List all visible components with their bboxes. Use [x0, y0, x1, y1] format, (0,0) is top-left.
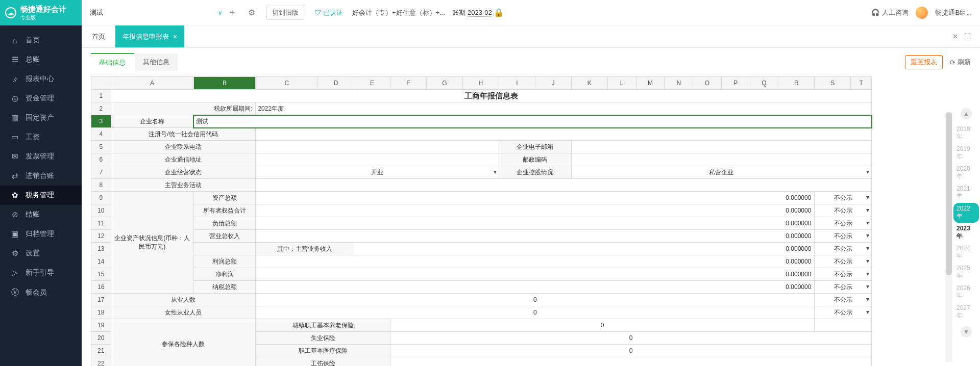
cell[interactable] [390, 357, 871, 367]
tab-annual-report[interactable]: 年报信息申报表 × [115, 25, 184, 47]
cell[interactable]: 不公示 [815, 268, 872, 281]
close-icon[interactable]: × [173, 33, 177, 41]
cell[interactable]: 主营业务活动 [111, 179, 256, 192]
nav-item-报表中心[interactable]: ⫽报表中心 [0, 69, 82, 89]
cell[interactable]: 企业名称 [111, 115, 193, 128]
reset-button[interactable]: 重置报表 [905, 55, 943, 69]
cell[interactable]: 工伤保险 [256, 357, 390, 367]
gear-icon[interactable]: ⚙ [246, 8, 257, 17]
cell[interactable]: 0.000000 [256, 192, 815, 204]
cell[interactable]: 0.000000 [256, 217, 815, 230]
cell[interactable]: 所有者权益合计 [193, 204, 256, 217]
year-2019年[interactable]: 2019年 [953, 143, 979, 163]
year-up-icon[interactable]: ▲ [961, 108, 972, 119]
cell[interactable]: 不公示 [815, 217, 872, 230]
cell[interactable]: 女性从业人员 [111, 306, 256, 319]
company-selector[interactable]: 测试 ∨ [90, 8, 223, 17]
cell[interactable]: 不公示 [815, 255, 872, 268]
add-icon[interactable]: ＋ [227, 7, 238, 18]
cell[interactable]: 企业资产状况信息(币种：人民币万元) [111, 192, 193, 294]
year-2018年[interactable]: 2018年 [953, 123, 979, 143]
cell[interactable]: 企业通信地址 [111, 153, 256, 166]
cell[interactable]: 邮政编码 [499, 153, 571, 166]
cell[interactable]: 利润总额 [193, 255, 256, 268]
user-name[interactable]: 畅捷通B组... [935, 8, 972, 17]
cell[interactable]: 0.000000 [256, 268, 815, 281]
cell[interactable]: 0 [390, 345, 871, 357]
cell[interactable]: 失业保险 [256, 332, 390, 345]
cell[interactable]: 0 [390, 332, 871, 345]
nav-item-固定资产[interactable]: ▥固定资产 [0, 108, 82, 127]
nav-item-畅会员[interactable]: Ⓥ畅会员 [0, 282, 82, 302]
support-button[interactable]: 🎧 人工咨询 [871, 8, 909, 17]
nav-item-税务管理[interactable]: ✿税务管理 [0, 186, 82, 205]
cell[interactable]: 开业 [256, 166, 499, 179]
cell[interactable]: 负债总额 [193, 217, 256, 230]
sheet-tab-other[interactable]: 其他信息 [135, 54, 178, 71]
nav-item-进销台账[interactable]: ⇄进销台账 [0, 166, 82, 186]
cell[interactable]: 不公示 [815, 281, 872, 294]
cell[interactable]: 纳税总额 [193, 281, 256, 294]
fullscreen-icon[interactable]: ⛶ [964, 33, 971, 40]
cell[interactable]: 不公示 [815, 306, 872, 319]
cell[interactable]: 不公示 [815, 230, 872, 243]
spreadsheet[interactable]: ABCDEFGHIJKLMNOPQRST1工商年报信息表2税款所属期间:2022… [91, 76, 872, 366]
cell[interactable]: 注册号/统一社会信用代码 [111, 128, 256, 141]
switch-old-button[interactable]: 切到旧版 [266, 6, 304, 20]
year-2026年[interactable]: 2026年 [953, 282, 979, 302]
cell[interactable] [256, 153, 499, 166]
cell[interactable]: 0.000000 [256, 230, 815, 243]
cell[interactable]: 企业控股情况 [499, 166, 571, 179]
cell[interactable]: 不公示 [815, 294, 872, 306]
period-lock-icon[interactable]: 🔒 [493, 8, 504, 17]
year-2027年[interactable]: 2027年 [953, 302, 979, 322]
cell[interactable]: 0.000000 [256, 281, 815, 294]
year-2024年[interactable]: 2024年 [953, 243, 979, 263]
cell[interactable]: 0 [256, 306, 815, 319]
cell[interactable] [571, 141, 871, 153]
cell[interactable]: 营业总收入 [193, 230, 256, 243]
cell[interactable] [256, 179, 872, 192]
nav-item-总账[interactable]: ☰总账 [0, 50, 82, 69]
nav-item-设置[interactable]: ⚙设置 [0, 244, 82, 263]
year-2020年[interactable]: 2020年 [953, 163, 979, 183]
cell[interactable]: 不公示 [815, 192, 872, 204]
cell[interactable]: 测试 [193, 115, 871, 128]
cell[interactable] [256, 141, 499, 153]
nav-item-首页[interactable]: ⌂首页 [0, 31, 82, 50]
cell[interactable]: 2022年度 [256, 102, 872, 115]
nav-item-发票管理[interactable]: ✉发票管理 [0, 147, 82, 166]
tab-home[interactable]: 首页 [82, 25, 115, 47]
close-all-icon[interactable]: ✕ [952, 33, 958, 40]
nav-item-资金管理[interactable]: ◎资金管理 [0, 89, 82, 108]
cell[interactable]: 其中：主营业务收入 [256, 243, 354, 255]
cell[interactable] [571, 153, 871, 166]
year-2021年[interactable]: 2021年 [953, 183, 979, 203]
scrollbar-vertical[interactable] [945, 112, 952, 362]
cell[interactable]: 参保各险种人数 [111, 319, 256, 367]
cell[interactable]: 工商年报信息表 [111, 90, 871, 102]
year-down-icon[interactable]: ▼ [961, 326, 972, 337]
cell[interactable]: 不公示 [815, 243, 872, 255]
cell[interactable]: 0 [256, 294, 815, 306]
period-value[interactable]: 2023-02 [468, 9, 492, 17]
nav-item-新手引导[interactable]: ▷新手引导 [0, 263, 82, 282]
cell[interactable] [256, 128, 872, 141]
cell[interactable]: 税款所属期间: [111, 102, 256, 115]
cell[interactable]: 0.000000 [256, 255, 815, 268]
cell[interactable]: 0.000000 [256, 204, 815, 217]
sheet-tab-basic[interactable]: 基础信息 [91, 53, 134, 71]
cell[interactable]: 0.000000 [354, 243, 815, 255]
cell[interactable] [193, 243, 256, 255]
year-2025年[interactable]: 2025年 [953, 263, 979, 282]
avatar[interactable] [916, 7, 928, 19]
cell[interactable]: 企业电子邮箱 [499, 141, 571, 153]
brand-logo[interactable]: ☁ 畅捷通好会计 专业版 [0, 0, 82, 25]
cell[interactable]: 从业人数 [111, 294, 256, 306]
nav-item-结账[interactable]: ⊘结账 [0, 205, 82, 224]
cell[interactable]: 私营企业 [571, 166, 871, 179]
refresh-button[interactable]: ⟳ 刷新 [950, 58, 971, 67]
cell[interactable]: 资产总额 [193, 192, 256, 204]
certified-badge[interactable]: 🛡 已认证 [314, 8, 343, 17]
cell[interactable]: 职工基本医疗保险 [256, 345, 390, 357]
